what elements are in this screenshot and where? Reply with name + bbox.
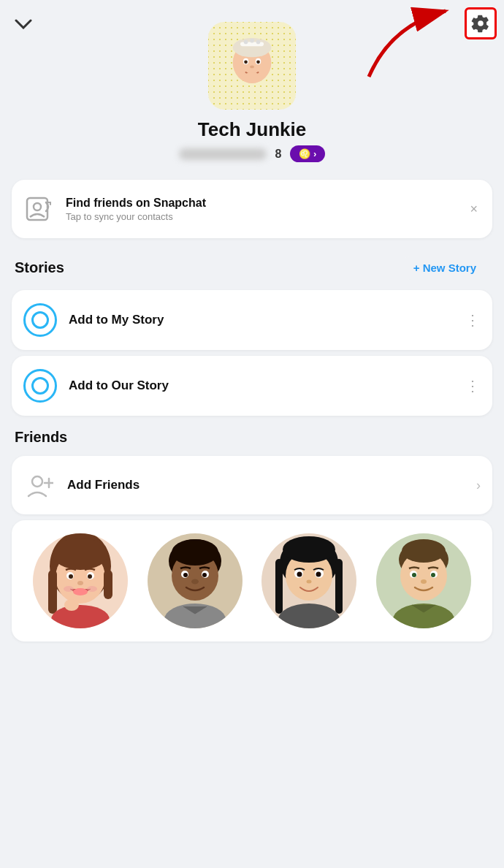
svg-point-4 (243, 40, 248, 45)
svg-rect-45 (335, 559, 343, 614)
new-story-button[interactable]: + New Story (400, 256, 489, 280)
friend-avatar-3[interactable] (261, 533, 356, 628)
svg-point-50 (316, 572, 321, 577)
svg-point-9 (244, 60, 248, 64)
svg-point-52 (278, 604, 340, 628)
my-story-more-options[interactable]: ⋮ (465, 311, 481, 329)
svg-point-15 (32, 476, 42, 487)
friend-bitmoji-4 (380, 533, 467, 628)
svg-point-25 (69, 574, 73, 579)
snap-score-blurred (179, 148, 267, 160)
camera-icon-our-story (23, 369, 57, 403)
friend-avatar-2[interactable] (148, 533, 243, 628)
friend-bitmoji-1 (37, 533, 124, 628)
chevron-down-icon[interactable] (15, 16, 32, 33)
chevron-right-icon: › (476, 478, 481, 493)
svg-point-10 (256, 60, 260, 64)
svg-point-31 (51, 605, 110, 628)
svg-point-39 (202, 573, 207, 577)
svg-point-46 (283, 536, 335, 563)
svg-point-55 (402, 539, 446, 563)
svg-point-58 (412, 573, 416, 577)
friend-avatar-1[interactable] (33, 533, 128, 628)
snap-score: 8 (275, 148, 282, 161)
my-story-card[interactable]: Add to My Story ⋮ (12, 290, 492, 350)
friend-bitmoji-3 (265, 533, 353, 628)
our-story-label: Add to Our Story (69, 378, 454, 393)
svg-point-51 (307, 580, 312, 584)
add-friends-label: Add Friends (67, 478, 465, 492)
svg-rect-22 (104, 570, 112, 599)
snapcode-avatar[interactable] (208, 22, 296, 110)
svg-point-38 (183, 573, 188, 577)
svg-point-5 (250, 39, 254, 43)
find-friends-subtitle: Tap to sync your contacts (66, 211, 457, 222)
svg-point-30 (87, 586, 97, 592)
svg-point-27 (77, 581, 83, 585)
friends-section-header: Friends (0, 422, 504, 450)
our-story-card[interactable]: Add to Our Story ⋮ (12, 356, 492, 416)
svg-point-12 (242, 72, 261, 83)
svg-point-28 (73, 588, 88, 595)
friend-bitmoji-2 (151, 533, 239, 628)
svg-point-11 (250, 66, 254, 69)
annotation-arrow (347, 4, 464, 91)
find-friends-text: Find friends on Snapchat Tap to sync you… (66, 197, 457, 222)
friend-avatar-4[interactable] (376, 533, 471, 628)
svg-point-26 (88, 574, 92, 579)
my-story-label: Add to My Story (69, 313, 454, 327)
snap-info-row: 8 ♌ › (179, 145, 326, 162)
svg-point-35 (172, 539, 218, 566)
contacts-sync-icon (23, 193, 56, 225)
camera-icon-my-story (23, 303, 57, 337)
friends-title: Friends (15, 429, 67, 446)
close-icon[interactable]: × (467, 199, 481, 220)
friends-avatars-card (12, 520, 492, 642)
username: Tech Junkie (198, 118, 306, 141)
our-story-more-options[interactable]: ⋮ (465, 377, 481, 395)
svg-point-40 (191, 579, 199, 585)
add-friends-card[interactable]: Add Friends › (12, 456, 492, 514)
find-friends-title: Find friends on Snapchat (66, 197, 457, 210)
stories-title: Stories (15, 259, 64, 276)
svg-point-60 (421, 579, 427, 584)
svg-point-29 (64, 586, 74, 592)
svg-rect-21 (48, 570, 57, 614)
svg-rect-44 (275, 559, 283, 614)
find-friends-card[interactable]: Find friends on Snapchat Tap to sync you… (12, 180, 492, 238)
zodiac-badge[interactable]: ♌ › (290, 145, 325, 162)
svg-point-32 (64, 599, 79, 611)
svg-point-59 (431, 573, 435, 577)
svg-point-49 (297, 572, 302, 577)
profile-header: Tech Junkie 8 ♌ › (0, 0, 504, 170)
svg-point-20 (53, 538, 108, 570)
svg-point-6 (256, 40, 260, 45)
add-friend-icon (23, 469, 56, 501)
bitmoji-image (225, 37, 280, 95)
stories-section-header: Stories + New Story (0, 248, 504, 284)
svg-point-14 (34, 203, 41, 210)
gear-icon (471, 14, 490, 33)
settings-button[interactable] (465, 7, 497, 39)
